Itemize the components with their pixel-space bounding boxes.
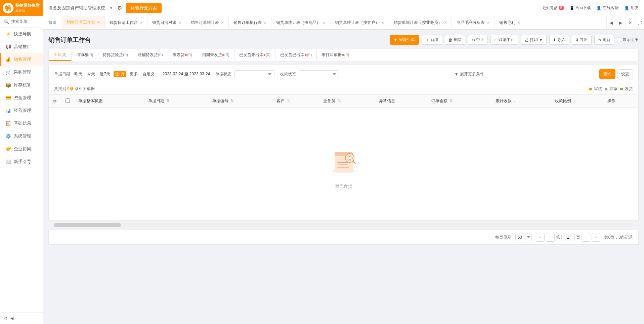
add-btn[interactable]: ＋ 新增: [422, 35, 442, 45]
tab-close-icon[interactable]: ✕: [323, 21, 325, 25]
sidebar-item-guide[interactable]: 📖 新手引导: [0, 155, 43, 168]
scroll-thumb[interactable]: [54, 223, 121, 227]
sidebar-item-purchase[interactable]: 🛒 采购管理: [0, 66, 43, 79]
tab-sales-exec[interactable]: 销售订单执行表 ✕: [229, 16, 271, 30]
sub-tab-overdue[interactable]: 到期未发货●(0): [197, 49, 234, 60]
stop-btn[interactable]: ⊘ 中止: [468, 35, 488, 45]
unreviewed-action[interactable]: 弃审: [605, 86, 617, 92]
tab-close-icon[interactable]: ✕: [444, 21, 447, 25]
next-page-btn[interactable]: ›: [582, 233, 590, 242]
export-btn[interactable]: ⬇ 导出: [572, 35, 592, 45]
sub-tab-shipped-out[interactable]: 已发货已出库●(0): [275, 49, 317, 60]
sidebar-item-cooperation[interactable]: 🤝 企业协同: [0, 143, 43, 155]
topbar-dropdown-icon[interactable]: ▼: [109, 6, 113, 10]
sidebar-item-finance[interactable]: 💳 资金管理: [0, 91, 43, 104]
tab-sales-summary-product[interactable]: 销货单统计表（按商品） ✕: [271, 16, 330, 30]
shortcut-yesterday[interactable]: 昨天: [73, 71, 84, 78]
tab-home[interactable]: 首页: [43, 16, 62, 30]
sub-tab-not-printed[interactable]: 未打印单据●(0): [317, 49, 354, 60]
col-staff[interactable]: 业务员 ⇅: [319, 95, 375, 108]
last-page-btn[interactable]: »: [592, 233, 600, 242]
smart-create-btn[interactable]: ★ 智能生单: [390, 35, 419, 45]
delete-btn[interactable]: 🗑 删除: [445, 35, 465, 45]
tab-close-icon[interactable]: ✕: [517, 21, 520, 25]
import-btn[interactable]: ⬆ 导入: [549, 35, 569, 45]
sidebar-item-quick-nav[interactable]: ⚡ 快捷导航: [0, 28, 43, 40]
prev-page-btn[interactable]: ‹: [546, 233, 555, 242]
app-download-btn[interactable]: 📱 App下载: [569, 5, 591, 11]
sidebar-item-sales[interactable]: 💰 销售管理: [0, 53, 43, 66]
expand-more-btn[interactable]: ▼ 展开更多条件: [455, 71, 484, 77]
sub-tab-all[interactable]: 全部(0): [49, 49, 72, 61]
settings-icon[interactable]: ⚙: [4, 316, 8, 321]
tab-cash-daily[interactable]: 钱货日清工作台 ✕: [105, 16, 147, 30]
col-number[interactable]: 单据编号 ⇅: [208, 95, 272, 108]
col-settings[interactable]: ⚙: [49, 95, 61, 108]
tab-sales-profit[interactable]: 销售毛利 ✕: [495, 16, 525, 30]
sidebar-item-operations[interactable]: 📊 经营管理: [0, 104, 43, 117]
col-date[interactable]: 单据日期 ⇅: [144, 95, 208, 108]
tab-cash-reconcile[interactable]: 钱货日清对账 ✕: [147, 16, 186, 30]
sub-tab-not-shipped[interactable]: 未发货●(0): [168, 49, 197, 60]
sub-tab-shipped-not-out[interactable]: 已发货未出库●(0): [234, 49, 276, 60]
tab-scroll-left-btn[interactable]: ◀: [606, 16, 616, 30]
ship-action[interactable]: 发货: [620, 86, 633, 92]
tab-close-icon[interactable]: ✕: [487, 21, 489, 25]
tab-close-all-btn[interactable]: ✕: [625, 16, 635, 30]
tab-label: 销售订单执行表: [233, 20, 262, 26]
tab-sales-summary-customer[interactable]: 销货单统计表（按客户） ✕: [330, 16, 389, 30]
tab-close-icon[interactable]: ✕: [264, 21, 266, 25]
sub-tab-pending-review[interactable]: 待审核(0): [72, 49, 98, 60]
sidebar-item-system[interactable]: ⚙️ 系统管理: [0, 130, 43, 143]
message-btn[interactable]: 💬 消息 5: [543, 5, 564, 11]
sidebar-item-inventory[interactable]: 📦 库存核算: [0, 79, 43, 91]
tab-sales-workbench[interactable]: 销售订单工作台 ✕: [62, 16, 105, 30]
sub-tab-wangpu[interactable]: 旺铺待发货(0): [133, 49, 168, 60]
settings-filter-btn[interactable]: 设置: [617, 69, 633, 79]
show-detail-checkbox[interactable]: 显示明细: [617, 37, 639, 43]
tab-close-icon[interactable]: ✕: [381, 21, 384, 25]
page-size-select[interactable]: 20 50 100: [515, 234, 532, 241]
col-checkbox[interactable]: [61, 95, 74, 108]
industry-btn[interactable]: 体验行业方案: [126, 3, 162, 13]
sidebar-item-marketing[interactable]: 📢 营销推广: [0, 40, 43, 53]
review-action[interactable]: 审核: [589, 86, 602, 92]
tab-sales-summary-staff[interactable]: 销货单统计表（按业务员） ✕: [389, 16, 452, 30]
tab-close-icon[interactable]: ✕: [140, 21, 142, 25]
print-btn[interactable]: 🖨 打印 ▼: [521, 35, 547, 45]
tab-close-icon[interactable]: ✕: [97, 21, 100, 24]
first-page-btn[interactable]: «: [536, 233, 545, 242]
online-service-btn[interactable]: 👤 在线客服: [596, 5, 619, 11]
tab-sales-stats[interactable]: 销售订单统计表 ✕: [186, 16, 229, 30]
shortcut-today[interactable]: 今天: [86, 71, 96, 78]
horizontal-scrollbar[interactable]: [54, 223, 633, 227]
page-number-input[interactable]: [561, 234, 575, 241]
tab-product-margin[interactable]: 商品毛利分析表 ✕: [452, 16, 495, 30]
collapse-icon[interactable]: ◀: [10, 316, 13, 321]
payment-select[interactable]: [299, 70, 339, 78]
tab-close-icon[interactable]: ✕: [178, 21, 181, 25]
tab-expand-btn[interactable]: ⛶: [635, 16, 644, 30]
status-select[interactable]: [234, 70, 274, 78]
col-customer[interactable]: 客户 ⇅: [272, 95, 319, 108]
expand-label: 展开更多条件: [460, 71, 484, 77]
app-icon: 📱: [569, 6, 574, 10]
shortcut-1month[interactable]: 近1月: [114, 71, 126, 77]
tab-scroll-right-btn[interactable]: ▶: [616, 16, 625, 30]
refresh-btn[interactable]: ↻ 刷新: [594, 35, 614, 45]
shortcut-7days[interactable]: 近7天: [98, 71, 112, 78]
shortcut-custom[interactable]: 自定义: [141, 71, 156, 78]
user-btn[interactable]: 👤 用友: [624, 5, 639, 11]
show-detail-input[interactable]: [617, 38, 621, 42]
cancel-stop-btn[interactable]: ↩ 取消中止: [490, 35, 518, 45]
sidebar-item-basic[interactable]: 📋 基础信息: [0, 117, 43, 130]
column-settings-icon[interactable]: ⚙: [53, 99, 57, 104]
query-btn[interactable]: 查询: [599, 69, 615, 79]
tab-close-icon[interactable]: ✕: [221, 21, 224, 25]
select-all-checkbox[interactable]: [66, 98, 70, 103]
search-menu-item[interactable]: 🔍 搜索菜单: [0, 16, 43, 28]
topbar-settings-icon[interactable]: ⚙: [117, 5, 122, 11]
col-amount[interactable]: 订单金额 ⇅: [427, 95, 491, 108]
sub-tab-pending-verify[interactable]: 待拣货验货(0): [98, 49, 133, 60]
shortcut-more[interactable]: 更多: [128, 71, 139, 78]
